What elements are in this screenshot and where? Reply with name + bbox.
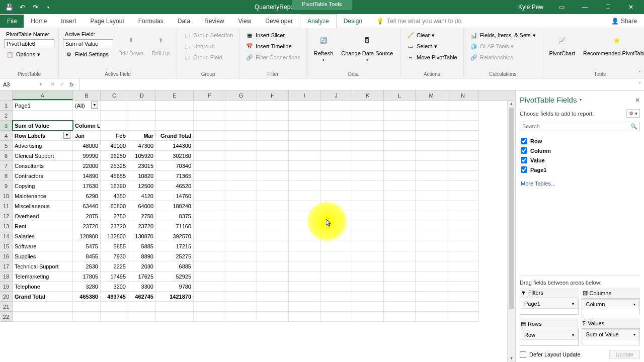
- cell[interactable]: [352, 302, 384, 312]
- cell[interactable]: [416, 211, 447, 221]
- cell[interactable]: [257, 312, 289, 322]
- cell[interactable]: [257, 211, 289, 221]
- cell[interactable]: [257, 282, 289, 292]
- cell[interactable]: [156, 312, 194, 322]
- tab-home[interactable]: Home: [24, 15, 54, 28]
- cell[interactable]: 2875: [73, 211, 101, 221]
- cell[interactable]: [416, 272, 447, 282]
- cell[interactable]: [352, 312, 384, 322]
- cell[interactable]: [352, 231, 384, 241]
- cell[interactable]: [384, 141, 416, 151]
- cell[interactable]: [320, 251, 352, 261]
- cell[interactable]: 10820: [128, 171, 156, 181]
- cell[interactable]: [225, 282, 257, 292]
- scroll-thumb[interactable]: [509, 108, 514, 309]
- field-checkbox[interactable]: [521, 147, 527, 154]
- field-item[interactable]: Value: [520, 155, 640, 165]
- cell[interactable]: [289, 141, 320, 151]
- cell[interactable]: [225, 201, 257, 211]
- cell[interactable]: 5475: [73, 241, 101, 251]
- row-header[interactable]: 8: [0, 171, 13, 181]
- tab-design[interactable]: Design: [337, 15, 369, 28]
- cell[interactable]: [352, 241, 384, 251]
- cell[interactable]: [352, 141, 384, 151]
- cell[interactable]: [447, 101, 479, 111]
- cell[interactable]: [416, 111, 447, 121]
- cell[interactable]: [416, 151, 447, 161]
- cell[interactable]: [128, 302, 156, 312]
- col-header[interactable]: L: [384, 90, 416, 100]
- cell[interactable]: [416, 231, 447, 241]
- cell[interactable]: [384, 261, 416, 272]
- vertical-scrollbar[interactable]: ▲ ▼: [507, 101, 515, 362]
- cell[interactable]: [289, 282, 320, 292]
- cell[interactable]: [194, 191, 225, 201]
- cell[interactable]: 1421870: [156, 292, 194, 302]
- cell[interactable]: 105920: [128, 151, 156, 161]
- cell[interactable]: [384, 272, 416, 282]
- row-header[interactable]: 1: [0, 101, 13, 111]
- cell[interactable]: [257, 121, 289, 131]
- cell[interactable]: 25275: [156, 251, 194, 261]
- cell[interactable]: [447, 131, 479, 141]
- col-header[interactable]: G: [225, 90, 257, 100]
- cell[interactable]: [447, 231, 479, 241]
- filter-dropdown-icon[interactable]: ▼: [63, 132, 70, 139]
- cell[interactable]: [257, 161, 289, 171]
- cell[interactable]: [447, 171, 479, 181]
- col-header[interactable]: E: [156, 90, 194, 100]
- cell[interactable]: [352, 111, 384, 121]
- cell[interactable]: [257, 302, 289, 312]
- cell[interactable]: Grand Total: [156, 131, 194, 141]
- cell[interactable]: 71365: [156, 171, 194, 181]
- cell[interactable]: [289, 251, 320, 261]
- cell[interactable]: [416, 191, 447, 201]
- cell[interactable]: [225, 111, 257, 121]
- cell[interactable]: [352, 211, 384, 221]
- row-header[interactable]: 4: [0, 131, 13, 141]
- cell[interactable]: Jan: [73, 131, 101, 141]
- cell[interactable]: [225, 272, 257, 282]
- cell[interactable]: 96250: [101, 151, 128, 161]
- cell[interactable]: 3280: [73, 282, 101, 292]
- cell[interactable]: [101, 312, 128, 322]
- cell[interactable]: [101, 111, 128, 121]
- cell[interactable]: [320, 272, 352, 282]
- cell[interactable]: [194, 201, 225, 211]
- insert-slicer-button[interactable]: ▦Insert Slicer: [244, 30, 302, 40]
- row-header[interactable]: 10: [0, 191, 13, 201]
- cell[interactable]: [194, 221, 225, 231]
- cell[interactable]: [320, 221, 352, 231]
- cell[interactable]: [352, 292, 384, 302]
- field-item[interactable]: Page1: [520, 165, 640, 174]
- cell[interactable]: [384, 221, 416, 231]
- recommended-pivottables-button[interactable]: ⭐Recommended PivotTables: [580, 30, 644, 58]
- cell[interactable]: [416, 282, 447, 292]
- cell[interactable]: [257, 171, 289, 181]
- cell[interactable]: [257, 141, 289, 151]
- cell[interactable]: [352, 282, 384, 292]
- col-header[interactable]: M: [416, 90, 447, 100]
- cell[interactable]: [289, 272, 320, 282]
- cell[interactable]: [384, 171, 416, 181]
- cell[interactable]: Advertising: [13, 141, 73, 151]
- cell[interactable]: 2750: [128, 211, 156, 221]
- cell[interactable]: [416, 121, 447, 131]
- field-checkbox[interactable]: [521, 138, 527, 144]
- row-header[interactable]: 19: [0, 282, 13, 292]
- cell[interactable]: 12500: [128, 181, 156, 191]
- cell[interactable]: [73, 312, 101, 322]
- cell[interactable]: [320, 121, 352, 131]
- col-header[interactable]: F: [194, 90, 225, 100]
- cell[interactable]: [320, 201, 352, 211]
- cell[interactable]: 46520: [156, 181, 194, 191]
- cell[interactable]: [289, 181, 320, 191]
- cell[interactable]: [289, 221, 320, 231]
- cell[interactable]: [128, 312, 156, 322]
- cell[interactable]: [194, 131, 225, 141]
- cell[interactable]: [320, 111, 352, 121]
- row-header[interactable]: 3: [0, 121, 13, 131]
- cell[interactable]: 2630: [73, 261, 101, 272]
- cell[interactable]: [156, 302, 194, 312]
- col-header[interactable]: A: [13, 90, 73, 100]
